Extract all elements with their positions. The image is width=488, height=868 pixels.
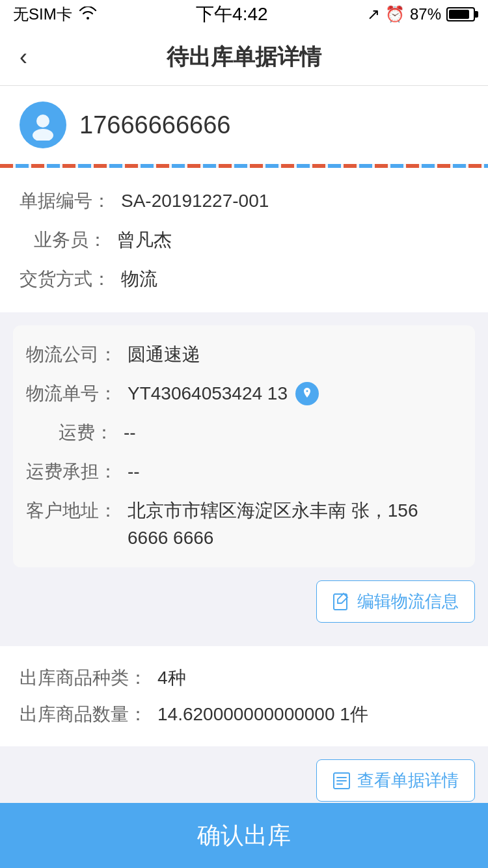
svg-point-0 <box>36 115 49 128</box>
document-info-section: 单据编号： SA-20191227-001 业务员： 曾凡杰 交货方式： 物流 <box>0 168 488 312</box>
status-bar-right: ↗ ⏰ 87% <box>367 5 475 23</box>
nav-bar: ‹ 待出库单据详情 <box>0 29 488 86</box>
logistics-address-row: 客户地址： 北京市市辖区海淀区永丰南 张，156 6666 6666 <box>26 497 462 552</box>
logistics-address-value: 北京市市辖区海淀区永丰南 张，156 6666 6666 <box>128 497 462 552</box>
view-details-button[interactable]: 查看单据详情 <box>316 759 475 802</box>
page-title: 待出库单据详情 <box>167 42 321 72</box>
logistics-freight-bearer-row: 运费承担： -- <box>26 458 462 485</box>
logistics-company-row: 物流公司： 圆通速递 <box>26 341 462 368</box>
avatar <box>20 102 66 148</box>
alarm-icon: ⏰ <box>385 5 405 23</box>
delivery-method-value: 物流 <box>121 265 468 293</box>
goods-quantity-row: 出库商品数量： 14.620000000000000 1件 <box>20 702 468 727</box>
logistics-tracking-value: YT43064053424 13 <box>128 380 462 407</box>
goods-section: 出库商品种类： 4种 出库商品数量： 14.620000000000000 1件 <box>0 646 488 746</box>
sales-person-label: 业务员： <box>20 226 117 254</box>
goods-type-row: 出库商品种类： 4种 <box>20 666 468 690</box>
goods-quantity-value: 14.620000000000000 1件 <box>157 702 468 727</box>
document-number-row: 单据编号： SA-20191227-001 <box>20 187 468 215</box>
document-number-value: SA-20191227-001 <box>121 187 468 215</box>
edit-logistics-container: 编辑物流信息 <box>0 580 488 636</box>
confirm-bar[interactable]: 确认出库 <box>0 803 488 868</box>
logistics-company-value: 圆通速递 <box>128 341 462 368</box>
back-button[interactable]: ‹ <box>20 37 34 77</box>
customer-phone: 17666666666 <box>79 111 230 139</box>
wifi-icon <box>79 5 97 23</box>
track-location-icon[interactable] <box>295 382 319 405</box>
status-bar: 无SIM卡 下午4:42 ↗ ⏰ 87% <box>0 0 488 29</box>
delivery-method-row: 交货方式： 物流 <box>20 265 468 293</box>
delivery-method-label: 交货方式： <box>20 265 121 293</box>
sales-person-value: 曾凡杰 <box>117 226 468 254</box>
status-bar-time: 下午4:42 <box>196 2 268 27</box>
logistics-freight-bearer-label: 运费承担： <box>26 458 128 485</box>
logistics-freight-bearer-value: -- <box>128 458 462 485</box>
logistics-company-label: 物流公司： <box>26 341 128 368</box>
edit-logistics-label: 编辑物流信息 <box>357 590 459 613</box>
status-bar-left: 无SIM卡 <box>13 4 97 25</box>
logistics-freight-value: -- <box>124 419 462 446</box>
sim-status: 无SIM卡 <box>13 4 72 25</box>
document-icon <box>332 772 351 790</box>
sales-person-row: 业务员： 曾凡杰 <box>20 226 468 254</box>
logistics-freight-row: 运费： -- <box>26 419 462 446</box>
goods-type-value: 4种 <box>157 666 468 690</box>
edit-logistics-button[interactable]: 编辑物流信息 <box>316 580 475 623</box>
confirm-button-label: 确认出库 <box>197 820 291 852</box>
customer-section: 17666666666 <box>0 86 488 164</box>
section-separator <box>0 636 488 646</box>
goods-type-label: 出库商品种类： <box>20 666 157 690</box>
logistics-freight-label: 运费： <box>26 419 124 446</box>
logistics-card: 物流公司： 圆通速递 物流单号： YT43064053424 13 运费： --… <box>13 325 475 567</box>
goods-quantity-label: 出库商品数量： <box>20 702 157 727</box>
logistics-tracking-row: 物流单号： YT43064053424 13 <box>26 380 462 407</box>
logistics-address-label: 客户地址： <box>26 497 128 524</box>
battery-icon <box>446 7 475 21</box>
battery-percent: 87% <box>410 5 441 23</box>
svg-point-1 <box>33 129 53 141</box>
location-icon: ↗ <box>367 5 380 23</box>
logistics-tracking-label: 物流单号： <box>26 380 128 407</box>
view-details-label: 查看单据详情 <box>357 769 459 792</box>
edit-icon <box>332 593 351 611</box>
document-number-label: 单据编号： <box>20 187 121 215</box>
